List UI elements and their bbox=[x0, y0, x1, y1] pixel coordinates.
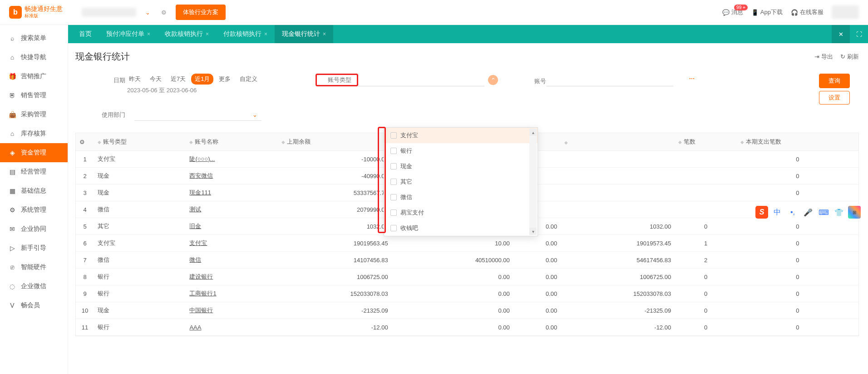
dropdown-option[interactable]: 易宝支付 bbox=[384, 205, 538, 220]
refresh-button[interactable]: ↻刷新 bbox=[840, 53, 859, 61]
promo-button[interactable]: 体验行业方案 bbox=[176, 5, 226, 20]
gear-icon[interactable]: ⚙ bbox=[161, 9, 167, 16]
sidebar-item-bag[interactable]: 👜采购管理 bbox=[0, 105, 68, 124]
account-link[interactable]: 西安微信 bbox=[189, 172, 213, 179]
column-header[interactable]: ◆账号类型 bbox=[94, 133, 186, 151]
dropdown-scrollbar[interactable]: ▴ ▾ bbox=[529, 129, 537, 235]
sort-icon: ◆ bbox=[189, 140, 193, 145]
sidebar-item-doc[interactable]: ▤经营管理 bbox=[0, 162, 68, 181]
checkbox[interactable] bbox=[390, 148, 397, 154]
column-header[interactable]: ◆账号名称 bbox=[186, 133, 277, 151]
sidebar-item-device[interactable]: ⎚智能硬件 bbox=[0, 258, 68, 277]
checkbox[interactable] bbox=[390, 179, 397, 185]
sidebar-item-wechat[interactable]: ◌企业微信 bbox=[0, 277, 68, 296]
tab[interactable]: 付款核销执行× bbox=[216, 25, 275, 43]
checkbox[interactable] bbox=[390, 225, 397, 231]
date-option[interactable]: 近1月 bbox=[191, 74, 213, 85]
ime-mic-icon[interactable]: 🎤 bbox=[802, 206, 814, 219]
table-row: 9银行工商银行1152033078.030.000.00152033078.03… bbox=[76, 285, 858, 302]
dropdown-option[interactable]: 其它 bbox=[384, 174, 538, 189]
app-download-link[interactable]: 📱 App下载 bbox=[751, 8, 783, 16]
checkbox[interactable] bbox=[390, 194, 397, 200]
acct-select[interactable] bbox=[546, 74, 673, 86]
ime-keyboard-icon[interactable]: ⌨ bbox=[817, 206, 830, 219]
ime-toolbox-icon[interactable]: ⊞ bbox=[848, 206, 861, 219]
support-link[interactable]: 🎧 在线客服 bbox=[791, 8, 824, 16]
account-link[interactable]: 现金111 bbox=[189, 189, 211, 196]
sidebar-item-gift[interactable]: 🎁营销推广 bbox=[0, 67, 68, 86]
column-header[interactable]: ◆笔数 bbox=[675, 133, 737, 151]
tab[interactable]: 收款核销执行× bbox=[158, 25, 216, 43]
ime-lang-indicator[interactable]: 中 bbox=[771, 206, 784, 219]
dropdown-option[interactable]: 支付宝 bbox=[384, 128, 538, 143]
sidebar-item-search[interactable]: ⌕搜索菜单 bbox=[0, 29, 68, 48]
account-link[interactable]: 陡(○○○)... bbox=[189, 155, 215, 162]
close-icon[interactable]: × bbox=[147, 31, 150, 37]
account-link[interactable]: 工商银行1 bbox=[189, 290, 216, 297]
acct-type-select[interactable] bbox=[357, 74, 484, 86]
fullscreen-icon[interactable]: ⛶ bbox=[850, 25, 868, 43]
sidebar-item-home[interactable]: ⌂快捷导航 bbox=[0, 48, 68, 67]
close-icon[interactable]: × bbox=[206, 31, 209, 37]
settings-button[interactable]: 设置 bbox=[819, 91, 850, 105]
dropdown-option[interactable]: 收钱吧 bbox=[384, 220, 538, 236]
close-icon[interactable]: × bbox=[264, 31, 267, 37]
export-button[interactable]: ⇥导出 bbox=[814, 53, 833, 61]
column-header[interactable]: ◆本期支出笔数 bbox=[737, 133, 858, 151]
cell-a: 0.00 bbox=[513, 285, 561, 302]
date-option[interactable]: 昨天 bbox=[125, 74, 144, 85]
sidebar-item-wallet[interactable]: ◈资金管理 bbox=[0, 143, 68, 162]
ime-logo-icon[interactable]: S bbox=[755, 206, 768, 219]
support-label: 在线客服 bbox=[800, 8, 824, 16]
date-option[interactable]: 近7天 bbox=[167, 74, 189, 85]
tab[interactable]: 现金银行统计× bbox=[275, 25, 333, 43]
account-link[interactable]: 旧金 bbox=[189, 223, 201, 229]
account-link[interactable]: AAA bbox=[189, 324, 201, 331]
tab[interactable]: 预付冲应付单× bbox=[99, 25, 158, 43]
ime-punct-icon[interactable]: •, bbox=[786, 206, 799, 219]
sidebar-item-grid[interactable]: ▦基础信息 bbox=[0, 181, 68, 200]
cell-c bbox=[675, 185, 737, 201]
account-link[interactable]: 支付宝 bbox=[189, 239, 207, 246]
brand-logo: b 畅捷通好生意 标准版 bbox=[9, 5, 73, 19]
dropdown-option[interactable]: 现金 bbox=[384, 159, 538, 174]
user-avatar[interactable] bbox=[832, 5, 859, 19]
search-button[interactable]: 查询 bbox=[819, 74, 850, 88]
checkbox[interactable] bbox=[390, 132, 397, 139]
close-tab-icon[interactable]: ✕ bbox=[832, 25, 850, 43]
account-link[interactable]: 建设银行 bbox=[189, 273, 213, 280]
cell-out: 0 bbox=[737, 218, 858, 235]
column-header[interactable]: ◆上期余额 bbox=[278, 133, 392, 151]
messages-link[interactable]: 💬 消息 99 + bbox=[722, 8, 743, 16]
tab[interactable]: 首页 bbox=[72, 25, 99, 43]
cell-out: 0 bbox=[737, 185, 858, 201]
sidebar-item-play[interactable]: ▷新手引导 bbox=[0, 239, 68, 258]
checkbox[interactable] bbox=[390, 209, 397, 216]
account-link[interactable]: 测试 bbox=[189, 206, 201, 213]
account-link[interactable]: 中国银行 bbox=[189, 307, 213, 314]
ime-skin-icon[interactable]: 👕 bbox=[833, 206, 845, 219]
table-settings-header[interactable]: ⚙ bbox=[76, 133, 94, 151]
collapse-toggle[interactable]: ⌃ bbox=[488, 75, 498, 85]
column-header[interactable]: ◆ bbox=[561, 133, 675, 151]
dropdown-option[interactable]: 银行 bbox=[384, 143, 538, 159]
sidebar-item-box[interactable]: ⌂库存核算 bbox=[0, 124, 68, 143]
date-option[interactable]: 今天 bbox=[146, 74, 165, 85]
sidebar-item-chat[interactable]: ✉企业协同 bbox=[0, 219, 68, 239]
org-selector[interactable]: ⌄ ⚙ 体验行业方案 bbox=[82, 5, 226, 20]
date-option[interactable]: 自定义 bbox=[236, 74, 261, 85]
sidebar-item-vip[interactable]: V畅会员 bbox=[0, 296, 68, 315]
scroll-up-icon[interactable]: ▴ bbox=[529, 129, 537, 136]
checkbox[interactable] bbox=[390, 163, 397, 170]
dept-select[interactable] bbox=[134, 108, 261, 121]
close-icon[interactable]: × bbox=[323, 31, 326, 37]
account-link[interactable]: 微信 bbox=[189, 256, 201, 263]
scroll-down-icon[interactable]: ▾ bbox=[529, 228, 537, 235]
dropdown-option[interactable]: 长沙银行 bbox=[384, 236, 538, 236]
date-option[interactable]: 更多 bbox=[215, 74, 234, 85]
sidebar-item-shield[interactable]: ⛨销售管理 bbox=[0, 86, 68, 105]
sidebar-item-cog[interactable]: ⚙系统管理 bbox=[0, 200, 68, 219]
dropdown-option[interactable]: 微信 bbox=[384, 189, 538, 205]
more-filters-icon[interactable]: … bbox=[689, 74, 695, 80]
cell-type: 现金 bbox=[94, 302, 186, 319]
